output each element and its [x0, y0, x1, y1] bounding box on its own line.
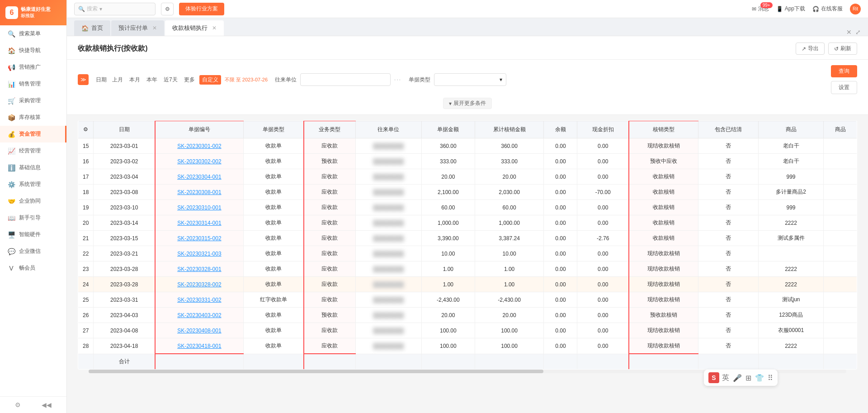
sidebar-item-purchase[interactable]: 🛒 采购管理	[0, 92, 66, 109]
row-date: 2023-03-10	[94, 200, 155, 215]
bill-no-link[interactable]: SK-20230328-001	[177, 266, 221, 272]
sidebar-item-guide[interactable]: 📖 新手引导	[0, 209, 66, 226]
sidebar-item-wechat[interactable]: 💬 企业微信	[0, 243, 66, 260]
tab-close-writeoff[interactable]: ✕	[212, 25, 217, 31]
filter-setting-button[interactable]: 设置	[831, 81, 857, 94]
col-discount: 现金折扣	[577, 121, 629, 138]
sidebar-item-ops[interactable]: 📈 经营管理	[0, 142, 66, 159]
bill-no-link[interactable]: SK-20230403-002	[177, 312, 221, 318]
bill-no-link[interactable]: SK-20230408-001	[177, 328, 221, 334]
row-amount: 60.00	[421, 200, 475, 215]
sidebar-item-finance[interactable]: 💰 资金管理	[0, 126, 66, 142]
filter-this-year[interactable]: 本年	[145, 75, 159, 85]
col-date: 日期	[94, 121, 155, 138]
online-service-button[interactable]: 🎧 在线客服	[812, 5, 843, 13]
sidebar-item-member[interactable]: V 畅会员	[0, 260, 66, 276]
bill-no-link[interactable]: SK-20230314-001	[177, 220, 221, 226]
sidebar-item-search[interactable]: 🔍 搜索菜单	[0, 25, 66, 42]
row-product2	[824, 338, 857, 354]
sidebar-item-collab[interactable]: 🤝 企业协同	[0, 193, 66, 209]
filter-toggle-button[interactable]: ≫	[78, 74, 89, 85]
row-writeoff-amount: 20.00	[475, 169, 544, 185]
row-product2	[824, 215, 857, 231]
tab-writeoff[interactable]: 收款核销执行 ✕	[165, 20, 224, 36]
refresh-button[interactable]: ↺ 刷新	[828, 43, 857, 55]
row-counterpart: ████████	[355, 200, 421, 215]
headset-icon: 🎧	[812, 6, 819, 12]
query-button[interactable]: 查询	[831, 65, 857, 77]
sidebar-item-hardware[interactable]: 🖥️ 智能硬件	[0, 226, 66, 243]
app-download-button[interactable]: 📱 App下载	[776, 5, 805, 13]
filter-last-month[interactable]: 上月	[110, 75, 125, 85]
row-writeoff-type: 现结收款核销	[629, 292, 698, 308]
bill-no-link[interactable]: SK-20230304-001	[177, 174, 221, 180]
sidebar-label-guide: 新手引导	[19, 214, 41, 222]
row-date: 2023-03-02	[94, 154, 155, 169]
filter-more-date[interactable]: 更多	[182, 75, 197, 85]
settings-icon[interactable]: ⚙	[15, 401, 21, 408]
row-writeoff-type: 现结收款核销	[629, 338, 698, 354]
row-writeoff-type: 现结收款核销	[629, 277, 698, 292]
sidebar-item-base[interactable]: ℹ️ 基础信息	[0, 159, 66, 176]
sidebar-logo: 6 畅康道好生意 标推版	[0, 0, 66, 25]
close-tab-icon[interactable]: ✕	[846, 28, 852, 36]
sidebar-bottom: ⚙ ◀◀	[0, 396, 66, 413]
row-product2	[824, 308, 857, 323]
tab-home[interactable]: 🏠 首页	[74, 20, 110, 36]
bill-no-link[interactable]: SK-20230321-003	[177, 251, 221, 257]
row-no: 23	[78, 261, 94, 277]
expand-tab-icon[interactable]: ⤢	[855, 28, 861, 36]
row-writeoff-type: 收款核销	[629, 185, 698, 200]
bill-no-link[interactable]: SK-20230301-002	[177, 143, 221, 149]
bill-type-select[interactable]: ▾	[434, 73, 506, 86]
filter-expand-button[interactable]: ▾ 展开更多条件	[443, 98, 492, 109]
row-writeoff-amount: 100.00	[475, 338, 544, 354]
row-no: 21	[78, 231, 94, 246]
row-date: 2023-04-03	[94, 308, 155, 323]
sidebar-label-search: 搜索菜单	[19, 30, 41, 38]
row-discount: 0.00	[577, 323, 629, 338]
sidebar-item-sales[interactable]: 📊 销售管理	[0, 76, 66, 92]
bill-no-link[interactable]: SK-20230315-002	[177, 235, 221, 242]
sidebar-item-quicknav[interactable]: 🏠 快捷导航	[0, 42, 66, 59]
scrollbar-thumb[interactable]	[89, 370, 543, 373]
row-bill-no: SK-20230304-001	[155, 169, 243, 185]
row-discount: 0.00	[577, 169, 629, 185]
row-writeoff-amount: 333.00	[475, 154, 544, 169]
row-no: 16	[78, 154, 94, 169]
collapse-icon[interactable]: ◀◀	[42, 401, 52, 408]
sidebar-label-wechat: 企业微信	[19, 247, 41, 255]
bill-no-link[interactable]: SK-20230308-001	[177, 189, 221, 195]
col-bill-type: 单据类型	[243, 121, 304, 138]
gear-button[interactable]: ⚙	[161, 3, 174, 15]
sidebar-item-marketing[interactable]: 📢 营销推广	[0, 59, 66, 76]
sidebar-icon-search: 🔍	[7, 30, 15, 38]
messages-button[interactable]: ✉ 消息 99+	[752, 5, 769, 13]
sidebar-label-marketing: 营销推广	[19, 63, 41, 71]
sidebar-items: 🔍 搜索菜单 🏠 快捷导航 📢 营销推广 📊 销售管理 🛒 采购管理 📦 库存核…	[0, 25, 66, 276]
filter-7days[interactable]: 近7天	[162, 75, 179, 85]
tab-close-prepay[interactable]: ✕	[152, 25, 157, 31]
sidebar-icon-ops: 📈	[7, 147, 15, 155]
solution-button[interactable]: 体验行业方案	[179, 3, 224, 15]
sidebar-item-system[interactable]: ⚙️ 系统管理	[0, 176, 66, 193]
filter-custom-date[interactable]: 自定义	[199, 75, 221, 85]
counterpart-input[interactable]	[300, 73, 391, 86]
bill-no-link[interactable]: SK-20230331-002	[177, 297, 221, 303]
bill-no-link[interactable]: SK-20230302-002	[177, 158, 221, 165]
filter-this-month[interactable]: 本月	[127, 75, 142, 85]
dropdown-arrow-icon: ▾	[99, 6, 102, 12]
row-include-cleared: 否	[698, 323, 759, 338]
bill-no-link[interactable]: SK-20230418-001	[177, 343, 221, 349]
sidebar-label-quicknav: 快捷导航	[19, 47, 41, 54]
export-button[interactable]: ↗ 导出	[796, 43, 825, 55]
user-avatar[interactable]: Rit	[850, 4, 861, 14]
tab-prepay[interactable]: 预计应付单 ✕	[111, 20, 164, 36]
row-writeoff-amount: 60.00	[475, 200, 544, 215]
bill-no-link[interactable]: SK-20230310-001	[177, 204, 221, 211]
bill-no-link[interactable]: SK-20230328-002	[177, 281, 221, 288]
row-amount: 1,000.00	[421, 215, 475, 231]
col-settings[interactable]: ⚙	[78, 121, 94, 138]
sidebar-item-inventory[interactable]: 📦 库存核算	[0, 109, 66, 126]
topbar-search-box[interactable]: 🔍 搜索 ▾	[74, 3, 156, 15]
